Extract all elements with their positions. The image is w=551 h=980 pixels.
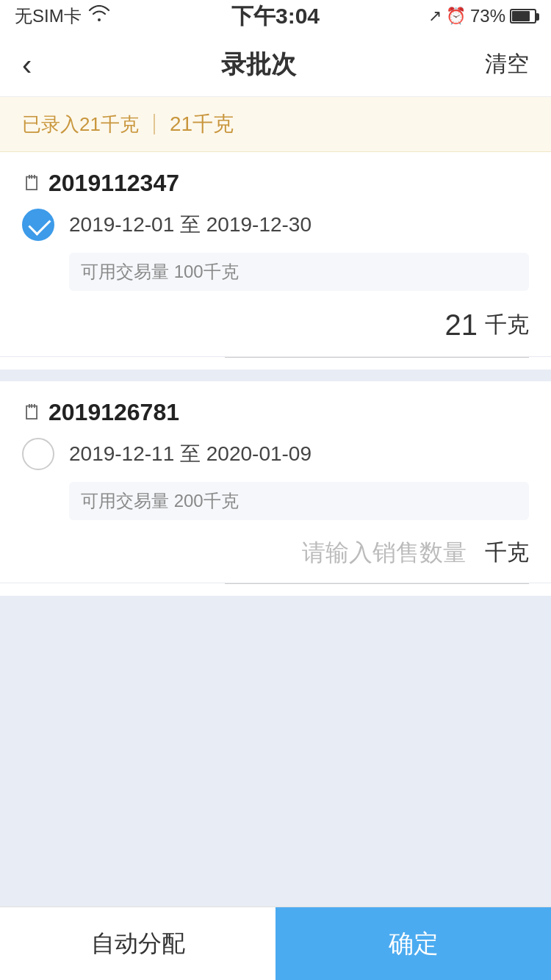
status-time: 下午3:04 bbox=[231, 1, 320, 32]
batch-icon-2: 🗒 bbox=[22, 400, 43, 425]
main-content: 🗒 2019112347 2019-12-01 至 2019-12-30 可用交… bbox=[0, 152, 551, 980]
quantity-input-wrap-1: 21 bbox=[22, 309, 478, 342]
batch-id-2: 2019126781 bbox=[48, 399, 179, 426]
back-button[interactable]: ‹ bbox=[22, 50, 32, 79]
status-right: ↗ ⏰ 73% bbox=[428, 6, 536, 26]
battery-label: 73% bbox=[470, 6, 505, 26]
status-left: 无SIM卡 bbox=[15, 4, 111, 28]
batch-card-2: 🗒 2019126781 2019-12-11 至 2020-01-09 可用交… bbox=[0, 381, 551, 596]
underline-1 bbox=[0, 357, 551, 370]
confirm-button[interactable]: 确定 bbox=[276, 907, 551, 980]
batch-date-2: 2019-12-11 至 2020-01-09 bbox=[69, 440, 311, 468]
batch-id-1: 2019112347 bbox=[48, 170, 179, 197]
batch-header-2: 🗒 2019126781 bbox=[0, 381, 551, 432]
alarm-icon: ⏰ bbox=[446, 7, 466, 26]
battery-icon bbox=[510, 9, 536, 24]
location-icon: ↗ bbox=[428, 7, 442, 26]
empty-space bbox=[0, 596, 551, 934]
clear-button[interactable]: 清空 bbox=[485, 49, 529, 79]
batch-available-1: 可用交易量 100千克 bbox=[69, 253, 529, 291]
quantity-row-2: 千克 bbox=[0, 523, 551, 583]
batch-header-1: 🗒 2019112347 bbox=[0, 152, 551, 203]
wifi-icon bbox=[87, 5, 111, 27]
quantity-unit-1: 千克 bbox=[485, 310, 529, 340]
batch-radio-1[interactable] bbox=[22, 209, 54, 241]
quantity-row-1: 21 千克 bbox=[0, 294, 551, 357]
batch-card-1: 🗒 2019112347 2019-12-01 至 2019-12-30 可用交… bbox=[0, 152, 551, 370]
nav-bar: ‹ 录批次 清空 bbox=[0, 32, 551, 97]
carrier-label: 无SIM卡 bbox=[15, 4, 82, 28]
card-divider bbox=[0, 370, 551, 381]
status-bar: 无SIM卡 下午3:04 ↗ ⏰ 73% bbox=[0, 0, 551, 32]
quantity-input-wrap-2[interactable] bbox=[22, 539, 478, 566]
batch-date-1: 2019-12-01 至 2019-12-30 bbox=[69, 211, 311, 239]
quantity-value-1: 21 bbox=[445, 309, 478, 342]
batch-icon-1: 🗒 bbox=[22, 171, 43, 195]
summary-value: 21千克 bbox=[170, 110, 234, 138]
batch-radio-2[interactable] bbox=[22, 438, 54, 470]
nav-title: 录批次 bbox=[221, 48, 296, 82]
summary-bar: 已录入21千克 21千克 bbox=[0, 97, 551, 152]
batch-available-2: 可用交易量 200千克 bbox=[69, 482, 529, 520]
quantity-unit-2: 千克 bbox=[485, 538, 529, 568]
summary-divider bbox=[154, 114, 155, 134]
batch-select-row-2: 2019-12-11 至 2020-01-09 bbox=[0, 432, 551, 479]
underline-2 bbox=[0, 583, 551, 596]
batch-select-row-1: 2019-12-01 至 2019-12-30 bbox=[0, 203, 551, 250]
bottom-bar: 自动分配 确定 bbox=[0, 907, 551, 980]
quantity-input-2[interactable] bbox=[257, 539, 478, 566]
summary-label: 已录入21千克 bbox=[22, 112, 139, 137]
auto-distribute-button[interactable]: 自动分配 bbox=[0, 907, 276, 980]
